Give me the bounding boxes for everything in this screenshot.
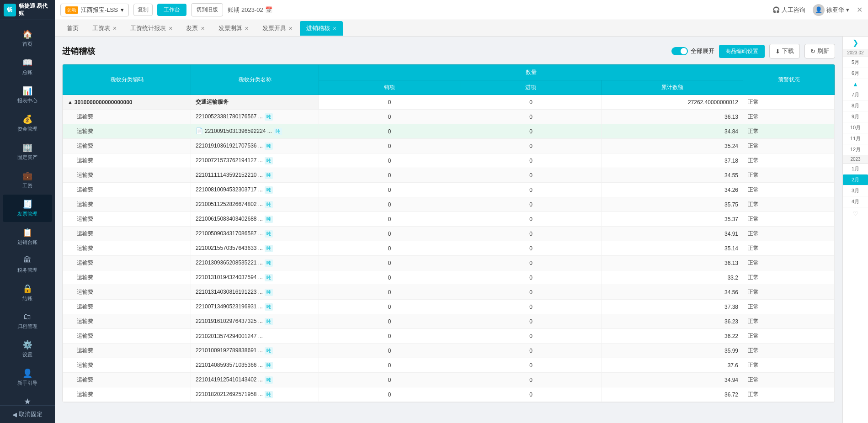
cell-name-indent: 运输费 [63,110,191,124]
company-selector[interactable]: 勿动 江西报宝-LSS ▾ [60,4,129,16]
cell-invoice-no: 22101820212692571958 ...吨 [191,387,319,402]
goods-setting-button[interactable]: 商品编码设置 [719,45,765,58]
sidebar-label-purchase-ledger: 进销台账 [17,239,37,246]
tab-salary-stat[interactable]: 工资统计报表 × [124,21,179,36]
tab-invoice-calc-close[interactable]: × [245,25,249,32]
table-row: 运输费 22101910361921707536 ...吨 0 0 35.24 … [63,139,835,153]
tab-invoice-open[interactable]: 发票开具 × [256,21,299,36]
sidebar-footer[interactable]: ◀ 取消固定 [0,405,55,423]
sidebar-item-close[interactable]: 🔒 结账 [3,279,52,307]
cell-purchase: 0 [460,387,602,402]
month-9[interactable]: 9月 [843,111,868,122]
cell-sales: 0 [319,285,460,300]
nav-up[interactable]: ▲ [843,79,868,90]
cell-cumulative: 34.84 [602,124,743,139]
cell-status: 正常 [743,183,835,197]
sidebar-item-tax[interactable]: 🏛 税务管理 [3,251,52,278]
download-button[interactable]: ⬇ 下载 [769,44,800,58]
sidebar-item-archive[interactable]: 🗂 归档管理 [3,307,52,334]
cell-sales: 0 [319,95,460,110]
sidebar-item-report[interactable]: 📊 报表中心 [3,81,52,109]
member-icon: ★ [24,397,31,405]
right-panel-expand[interactable]: ❯ [843,37,868,49]
tab-sales-check-close[interactable]: × [333,25,336,32]
tab-invoice[interactable]: 发票 × [180,21,211,36]
cell-status: 正常 [743,153,835,168]
month-3[interactable]: 3月 [843,185,868,196]
cell-invoice-no: 22101111143592152210 ...吨 [191,168,319,183]
cell-status: 正常 [743,344,835,358]
close-period-icon: 🔒 [22,284,32,294]
refresh-button[interactable]: ↻ 刷新 [804,44,835,58]
switch-version-button[interactable]: 切到旧版 [191,3,223,16]
worktable-button[interactable]: 工作台 [157,4,186,16]
cell-sales: 0 [319,110,460,124]
cell-cumulative: 36.23 [602,314,743,329]
month-6[interactable]: 6月 [843,68,868,79]
month-1[interactable]: 1月 [843,164,868,174]
sidebar-item-invoice-mgr[interactable]: 🧾 发票管理 [3,195,52,222]
month-4[interactable]: 4月 [843,196,868,207]
month-12[interactable]: 12月 [843,144,868,155]
table-row: 运输费 22100509034317086587 ...吨 0 0 34.91 … [63,227,835,241]
close-icon[interactable]: ✕ [857,5,863,14]
cell-status: 正常 [743,139,835,153]
cell-invoice-no: 22101309365208535221 ...吨 [191,256,319,270]
sidebar-label-close: 结账 [22,295,32,302]
th-cumulative: 累计数额 [602,80,743,95]
cell-purchase: 0 [460,344,602,358]
toggle-track[interactable] [671,47,688,55]
tab-salary[interactable]: 工资表 × [86,21,123,36]
cell-invoice-no: 22100523381780176567 ...吨 [191,110,319,124]
cell-status: 正常 [743,314,835,329]
cell-cumulative: 34.94 [602,373,743,387]
cell-invoice-no: 22101314030816191223 ...吨 [191,285,319,300]
tab-invoice-open-close[interactable]: × [289,25,293,32]
sidebar-item-guide[interactable]: 👤 新手引导 [3,364,52,391]
sidebar-nav: 🏠 首页 📖 总账 📊 报表中心 💰 资金管理 🏢 固定资产 💼 工资 🧾 发票… [0,20,55,405]
user-info[interactable]: 👤 徐亚华 ▾ [813,4,849,16]
sidebar-item-salary[interactable]: 💼 工资 [3,166,52,194]
service-label: 人工咨询 [782,6,805,14]
service-button[interactable]: 🎧 人工咨询 [772,6,805,14]
cell-status: 正常 [743,212,835,227]
tab-invoice-close[interactable]: × [201,25,204,32]
table-row: 运输费 22100215570357643633 ...吨 0 0 35.14 … [63,241,835,256]
tab-sales-check[interactable]: 进销稽核 × [300,21,343,36]
sidebar-footer-label: 取消固定 [19,410,43,418]
tab-salary-close[interactable]: × [113,25,117,32]
month-11[interactable]: 11月 [843,133,868,144]
sidebar-item-purchase-ledger[interactable]: 📋 进销台账 [3,223,52,250]
cell-cumulative: 37.38 [602,300,743,314]
month-8[interactable]: 8月 [843,100,868,111]
cell-name-indent: 运输费 [63,358,191,373]
refresh-icon: ↻ [810,48,815,55]
sidebar-item-settings[interactable]: ⚙️ 设置 [3,335,52,363]
month-2[interactable]: 2月 [843,174,868,185]
cell-sales: 0 [319,124,460,139]
copy-button[interactable]: 复制 [133,4,153,16]
tab-invoice-calc[interactable]: 发票测算 × [212,21,255,36]
expand-toggle[interactable]: 全部展开 [671,47,714,55]
th-sales: 销项 [319,80,460,95]
cell-purchase: 0 [460,124,602,139]
cell-cumulative: 36.13 [602,110,743,124]
sidebar-item-capital[interactable]: 💰 资金管理 [3,110,52,137]
tab-salary-stat-close[interactable]: × [169,25,172,32]
guide-icon: 👤 [22,368,32,378]
cell-sales: 0 [319,139,460,153]
sidebar-item-member[interactable]: ★ 畅会员 [3,392,52,405]
month-5[interactable]: 5月 [843,57,868,68]
table-row: 运输费 22100511252826674802 ...吨 0 0 35.75 … [63,197,835,212]
sidebar-item-ledger[interactable]: 📖 总账 [3,53,52,80]
month-10[interactable]: 10月 [843,122,868,133]
sidebar-item-assets[interactable]: 🏢 固定资产 [3,138,52,165]
tab-home[interactable]: 首页 [60,21,85,36]
sidebar-label-assets: 固定资产 [17,154,37,161]
month-7[interactable]: 7月 [843,90,868,100]
th-tax-name: 税收分类名称 [191,65,319,95]
tab-salary-stat-label: 工资统计报表 [130,24,166,32]
table-row: 运输费 22101820212692571958 ...吨 0 0 36.72 … [63,387,835,402]
tab-sales-check-label: 进销稽核 [306,24,330,32]
sidebar-item-home[interactable]: 🏠 首页 [3,25,52,52]
